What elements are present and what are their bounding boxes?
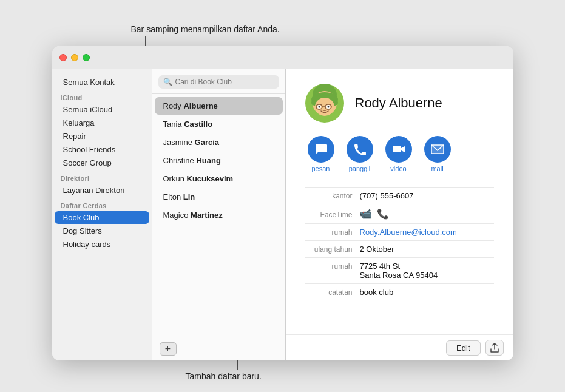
field-row-birthday: ulang tahun 2 Oktober	[305, 240, 494, 257]
contact-item-magico[interactable]: Magico Martinez	[155, 206, 283, 224]
search-bar: 🔍	[158, 75, 279, 89]
titlebar	[52, 46, 513, 69]
contact-item-christine[interactable]: Christine Huang	[155, 152, 283, 169]
close-button[interactable]	[59, 54, 67, 61]
avatar	[305, 84, 344, 123]
video-icon	[385, 136, 412, 163]
contact-list: Rody Albuerne Tania Castillo Jasmine Gar…	[152, 94, 285, 337]
mail-icon	[424, 136, 451, 163]
field-row-facetime: FaceTime 📹 📞	[305, 204, 494, 223]
field-value-kantor[interactable]: (707) 555-6607	[360, 191, 494, 200]
detail-content: Rody Albuerne pesan	[286, 69, 513, 334]
sidebar-item-dog-sitters[interactable]: Dog Sitters	[55, 225, 149, 237]
contact-item-elton[interactable]: Elton Lin	[155, 188, 283, 206]
sidebar-item-all-icloud[interactable]: Semua iCloud	[55, 103, 149, 116]
edit-button[interactable]: Edit	[446, 340, 480, 356]
contact-last-name: Albuerne	[183, 101, 217, 110]
contact-name-display: Rody Albuerne	[355, 95, 442, 111]
detail-fields: kantor (707) 555-6607 FaceTime 📹 📞 rumah	[305, 187, 494, 300]
sidebar-item-repair[interactable]: Repair	[55, 130, 149, 143]
contact-first-name: Rody	[163, 101, 181, 110]
avatar-image	[305, 84, 344, 123]
mail-action-button[interactable]: mail	[424, 136, 451, 172]
sidebar-section-direktori: Direktori	[52, 170, 152, 183]
message-action-button[interactable]: pesan	[308, 136, 334, 172]
call-action-button[interactable]: panggil	[347, 136, 373, 172]
facetime-video-icon[interactable]: 📹	[360, 208, 372, 220]
sidebar-item-soccer-group[interactable]: Soccer Group	[55, 157, 149, 169]
sidebar-section-daftar-cerdas: Daftar Cerdas	[52, 197, 152, 211]
annotation-top: Bar samping menampilkan daftar Anda.	[131, 24, 513, 34]
call-icon	[347, 136, 373, 163]
detail-footer: Edit	[286, 334, 513, 360]
share-button[interactable]	[485, 340, 504, 356]
field-value-email[interactable]: Rody.Albuerne@icloud.com	[360, 228, 494, 237]
call-label: panggil	[349, 165, 370, 172]
field-label-facetime: FaceTime	[305, 211, 360, 219]
field-value-birthday: 2 Oktober	[360, 245, 494, 254]
field-value-facetime: 📹 📞	[360, 208, 494, 220]
field-value-notes: book club	[360, 288, 494, 297]
field-label-kantor: kantor	[305, 192, 360, 200]
add-contact-button[interactable]: +	[160, 342, 177, 356]
field-label-notes: catatan	[305, 288, 360, 297]
search-input[interactable]	[175, 78, 274, 86]
action-buttons: pesan panggil	[308, 136, 494, 172]
svg-point-10	[318, 106, 320, 108]
contact-header: Rody Albuerne	[305, 84, 494, 123]
video-action-button[interactable]: video	[385, 136, 412, 172]
field-label-birthday: ulang tahun	[305, 245, 360, 254]
contact-item-rody[interactable]: Rody Albuerne	[155, 97, 283, 115]
sidebar-item-book-club[interactable]: Book Club	[55, 211, 149, 224]
field-row-address: rumah 7725 4th St Santa Rosa CA 95404	[305, 257, 494, 283]
traffic-lights	[59, 54, 90, 61]
sidebar-item-holiday-cards[interactable]: Holiday cards	[55, 238, 149, 251]
main-window: Semua Kontak iCloud Semua iCloud Keluarg…	[52, 46, 513, 360]
field-label-address: rumah	[305, 262, 360, 271]
svg-point-11	[327, 106, 329, 108]
field-row-kantor: kantor (707) 555-6607	[305, 187, 494, 204]
field-row-notes: catatan book club	[305, 283, 494, 300]
video-label: video	[390, 165, 406, 172]
list-footer: +	[152, 337, 285, 360]
field-label-rumah: rumah	[305, 228, 360, 237]
facetime-phone-icon[interactable]: 📞	[377, 208, 389, 220]
annotation-bottom: Tambah daftar baru.	[186, 371, 262, 381]
minimize-button[interactable]	[71, 54, 78, 61]
sidebar: Semua Kontak iCloud Semua iCloud Keluarg…	[52, 69, 152, 360]
contact-item-orkun[interactable]: Orkun Kucuksevim	[155, 170, 283, 188]
detail-pane: Rody Albuerne pesan	[286, 69, 513, 360]
contact-item-tania[interactable]: Tania Castillo	[155, 115, 283, 133]
contact-list-pane: 🔍 Rody Albuerne Tania Castillo Jasmine G…	[152, 69, 286, 360]
maximize-button[interactable]	[83, 54, 90, 61]
sidebar-item-layanan-direktori[interactable]: Layanan Direktori	[55, 184, 149, 197]
search-bar-wrapper: 🔍	[152, 69, 285, 94]
sidebar-item-keluarga[interactable]: Keluarga	[55, 117, 149, 129]
message-label: pesan	[312, 165, 330, 172]
sidebar-item-school-friends[interactable]: School Friends	[55, 143, 149, 156]
mail-label: mail	[431, 165, 443, 172]
field-row-email: rumah Rody.Albuerne@icloud.com	[305, 223, 494, 240]
sidebar-section-icloud: iCloud	[52, 89, 152, 103]
sidebar-item-all-contacts[interactable]: Semua Kontak	[55, 76, 149, 89]
search-icon: 🔍	[163, 78, 172, 86]
field-value-address: 7725 4th St Santa Rosa CA 95404	[360, 262, 494, 280]
message-icon	[308, 136, 334, 163]
contact-item-jasmine[interactable]: Jasmine Garcia	[155, 133, 283, 151]
content-area: Semua Kontak iCloud Semua iCloud Keluarg…	[52, 69, 513, 360]
